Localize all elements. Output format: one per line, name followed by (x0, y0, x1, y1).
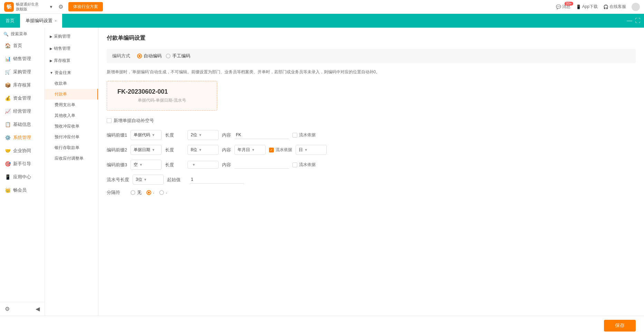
sidebar-item-apps[interactable]: 📱 应用中心 (0, 170, 45, 184)
length3-label: 长度 (165, 162, 184, 168)
sidebar-item-member[interactable]: 👑 畅会员 (0, 184, 45, 197)
sidebar-item-inventory[interactable]: 📦 库存核算 (0, 78, 45, 92)
sub-item-ap-adjust[interactable]: 应收应付调整单 (45, 153, 98, 164)
sidebar-settings-icon[interactable]: ⚙ (5, 306, 10, 312)
auto-encoding-radio[interactable]: 自动编码 (137, 53, 162, 59)
sep-dot-radio[interactable]: · (146, 190, 154, 195)
prefix2-select[interactable]: 单据日期 ▼ (131, 145, 162, 155)
logo-area: 畅 畅捷通好生意 旗舰版 (4, 2, 46, 12)
save-button[interactable]: 保存 (604, 320, 636, 332)
content3-input[interactable] (234, 161, 289, 169)
sub-group-inventory-title[interactable]: ▶ 库存核算 (45, 55, 98, 66)
tab-home[interactable]: 首页 (0, 14, 20, 28)
content2-select[interactable]: 年月日 ▼ (234, 145, 266, 155)
encoding-radio-group: 自动编码 手工编码 (137, 53, 190, 59)
content2-down-arrow: ▼ (251, 148, 255, 152)
sidebar-item-sales[interactable]: 📊 销售管理 (0, 52, 45, 65)
prefix3-select[interactable]: 空 ▼ (131, 160, 162, 170)
serial2-unit-down-arrow: ▼ (304, 148, 308, 152)
minimize-icon[interactable]: — (627, 18, 632, 24)
serial1-checkbox[interactable] (292, 133, 297, 138)
serial-length-select[interactable]: 3位 ▼ (133, 175, 164, 185)
sidebar-item-operations[interactable]: 📈 经营管理 (0, 105, 45, 118)
serial1-check: 流水依据 (292, 132, 316, 138)
nav-dropdown[interactable]: ▼ (49, 4, 53, 9)
content1-label: 内容 (222, 132, 231, 138)
prefix3-row: 编码前缀3 空 ▼ 长度 ▼ 内容 流水依据 (107, 160, 636, 170)
tab-close-icon[interactable]: × (55, 19, 57, 23)
tab-encoding-settings[interactable]: 单据编码设置 × (20, 14, 62, 28)
sub-item-receipt[interactable]: 收款单 (45, 78, 98, 89)
separator-row: 分隔符 无 · · (107, 189, 636, 196)
length2-label: 长度 (165, 147, 184, 153)
sidebar-item-system[interactable]: ⚙️ 系统管理 (0, 131, 45, 144)
inventory-icon: 📦 (5, 82, 10, 88)
arrow-down-icon: ▼ (50, 71, 53, 75)
auto-encoding-radio-circle (137, 54, 142, 58)
app-download-area[interactable]: 📱 App下载 (576, 4, 598, 10)
auto-fill-checkbox[interactable] (107, 118, 112, 123)
sidebar-item-enterprise[interactable]: 🤝 企业协同 (0, 144, 45, 157)
sidebar-item-purchase[interactable]: 🛒 采购管理 (0, 65, 45, 78)
length1-select[interactable]: 2位 ▼ (188, 130, 219, 140)
phone-icon: 📱 (576, 4, 581, 9)
sub-item-advance-offset[interactable]: 预付冲应付单 (45, 132, 98, 142)
operations-icon: 📈 (5, 109, 10, 114)
content2-label: 内容 (222, 147, 231, 153)
purchase-icon: 🛒 (5, 69, 10, 75)
online-service-area[interactable]: 🎧 在线客服 (603, 4, 626, 10)
sidebar-item-basic-info[interactable]: 📋 基础信息 (0, 118, 45, 131)
basic-info-icon: 📋 (5, 122, 10, 127)
serial3-checkbox[interactable] (292, 162, 297, 167)
sidebar-collapse-icon[interactable]: ◀ (36, 306, 40, 312)
guide-icon: 🎯 (5, 161, 10, 167)
sep-dot-radio-circle (146, 190, 151, 195)
settings-icon-btn[interactable]: ⚙ (56, 2, 66, 12)
message-area[interactable]: 💬 消息 99+ (556, 4, 570, 10)
length2-select[interactable]: 8位 ▼ (188, 145, 219, 155)
arrow-right-icon: ▶ (50, 35, 52, 38)
content1-input[interactable] (234, 131, 289, 139)
sub-item-expense[interactable]: 费用支出单 (45, 100, 98, 110)
sub-sidebar: ▶ 采购管理 ▶ 销售管理 ▶ 库存核算 ▼ 资金往来 收款单 (45, 28, 98, 316)
code-preview-main: FK-20230602-001 (117, 88, 206, 95)
user-avatar[interactable] (632, 3, 640, 11)
header-nav: ▼ ⚙ 体验行业方案 (49, 2, 552, 12)
serial2-unit-select[interactable]: 日 ▼ (296, 145, 327, 155)
bottom-bar: 保存 (0, 316, 644, 335)
arrow-right-icon3: ▶ (50, 59, 52, 63)
serial-length-row: 流水号长度 3位 ▼ 起始值 (107, 175, 636, 185)
sub-item-payment[interactable]: 付款单 (45, 89, 98, 100)
sidebar-item-guide[interactable]: 🎯 新手引导 (0, 157, 45, 170)
sidebar-item-finance[interactable]: 💰 资金管理 (0, 92, 45, 105)
sub-group-sales: ▶ 销售管理 (45, 43, 98, 54)
maximize-icon[interactable]: ⛶ (635, 18, 641, 24)
message-icon: 💬 (556, 4, 561, 9)
manual-encoding-radio-circle (166, 54, 171, 58)
sidebar-search[interactable]: 🔍 搜索菜单 (0, 28, 45, 39)
sub-item-bank-deposit[interactable]: 银行存取款单 (45, 142, 98, 153)
prefix2-row: 编码前缀2 单据日期 ▼ 长度 8位 ▼ 内容 年月日 ▼ ✓ 流水依据 (107, 145, 636, 155)
code-preview-sub: 单据代码-单据日期-流水号 (117, 97, 206, 103)
top-header: 畅 畅捷通好生意 旗舰版 ▼ ⚙ 体验行业方案 💬 消息 99+ 📱 App下载… (0, 0, 644, 14)
serial2-check: ✓ 流水依据 (269, 147, 292, 153)
sub-group-sales-title[interactable]: ▶ 销售管理 (45, 43, 98, 54)
prefix1-select[interactable]: 单据代码 ▼ (131, 130, 162, 140)
start-value-input[interactable] (190, 176, 244, 184)
encoding-section: 编码方式 自动编码 手工编码 (107, 49, 636, 63)
prefix1-down-arrow: ▼ (152, 133, 155, 137)
sep-none-radio-circle (131, 190, 135, 195)
trial-button[interactable]: 体验行业方案 (68, 2, 103, 11)
sidebar-item-home[interactable]: 🏠 首页 (0, 39, 45, 52)
sub-group-capital-title[interactable]: ▼ 资金往来 (45, 67, 98, 78)
length3-select[interactable]: ▼ (188, 161, 219, 169)
sub-item-prepay-offset[interactable]: 预收冲应收单 (45, 121, 98, 132)
arrow-right-icon2: ▶ (50, 47, 52, 50)
manual-encoding-radio[interactable]: 手工编码 (166, 53, 190, 59)
sep-dash-radio[interactable]: · (159, 190, 167, 195)
sep-none-radio[interactable]: 无 (131, 189, 142, 196)
sub-group-purchase-title[interactable]: ▶ 采购管理 (45, 31, 98, 42)
sub-item-other-income[interactable]: 其他收入单 (45, 110, 98, 121)
serial2-checkbox[interactable]: ✓ (269, 148, 274, 152)
tab-bar: 首页 单据编码设置 × — ⛶ (0, 14, 644, 28)
